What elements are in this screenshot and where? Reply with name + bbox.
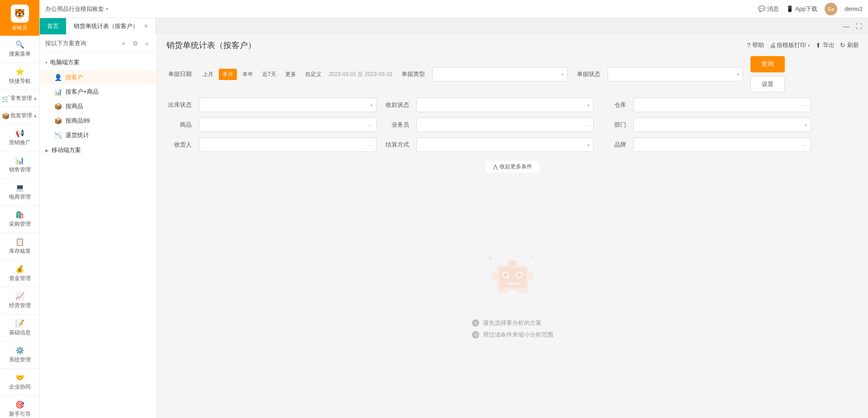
sidebar-item-wholesale-mgmt[interactable]: 📦 批发管理 ▲ bbox=[0, 107, 39, 124]
svg-rect-1 bbox=[499, 267, 526, 288]
marketing-icon: 📢 bbox=[15, 129, 24, 138]
right-panel: 销货单统计表（按客户） ? 帮助 🖨 按模板打印 ▾ ⬆ 导出 bbox=[157, 34, 868, 418]
date-btn-custom[interactable]: 自定义 bbox=[302, 69, 325, 80]
finance-icon: 💰 bbox=[15, 265, 24, 273]
avatar[interactable]: Ea bbox=[825, 3, 837, 15]
help-button[interactable]: ? 帮助 bbox=[747, 41, 764, 49]
doc-type-input[interactable]: ▾ bbox=[432, 67, 568, 81]
logo-text: 标账员 bbox=[12, 24, 27, 31]
message-label: 消息 bbox=[767, 5, 779, 13]
tree-item-by-customer-goods[interactable]: 📊 按客户+商品 bbox=[40, 85, 157, 99]
sidebar-item-retail-mgmt[interactable]: 🛒 零售管理 ▲ bbox=[0, 90, 39, 107]
sidebar-item-label: 搜索菜单 bbox=[9, 50, 31, 58]
tree-section: ▾ 电脑端方案 👤 按客户 📊 按客户+商品 📦 按商品 📦 按商品 bbox=[40, 55, 157, 158]
brand-input[interactable]: ··· bbox=[633, 138, 811, 152]
tab-maximize-button[interactable]: ⛶ bbox=[854, 21, 864, 32]
doc-type-label: 单据类型 bbox=[400, 70, 425, 78]
sidebar-item-label: 资金管理 bbox=[9, 275, 31, 282]
date-btn-more[interactable]: 更多 bbox=[282, 69, 300, 80]
department-input[interactable]: ▾ bbox=[633, 118, 811, 132]
filter-row-2: 出库状态 ▾ 收款状态 ▾ 仓库 ··· bbox=[166, 98, 859, 112]
tab-bar-actions: — ⛶ bbox=[841, 21, 868, 32]
tree-item-return-stat[interactable]: 📉 退货统计 bbox=[40, 128, 157, 142]
date-btn-last-7-days[interactable]: 近7天 bbox=[259, 69, 280, 80]
tree-item-by-customer[interactable]: 👤 按客户 bbox=[40, 70, 157, 85]
sidebar-item-new-guide[interactable]: 🎯 新手引导 bbox=[0, 396, 39, 418]
tab-home[interactable]: 首页 bbox=[40, 18, 66, 34]
operation-icon: 📈 bbox=[15, 292, 24, 300]
message-button[interactable]: 💬 消息 bbox=[758, 5, 779, 13]
salesperson-dots-icon: ··· bbox=[585, 122, 590, 128]
collapse-button[interactable]: ⋀ 收起更多条件 bbox=[486, 161, 539, 172]
panel-collapse-button[interactable]: « bbox=[142, 39, 151, 48]
settlement-label: 结算方式 bbox=[384, 141, 409, 149]
query-button[interactable]: 查询 bbox=[750, 56, 785, 72]
sidebar-item-enterprise-collab[interactable]: 🤝 企业协同 bbox=[0, 369, 39, 396]
refresh-button[interactable]: ↻ 刷新 bbox=[840, 41, 859, 49]
by-goods-99-icon: 📦 bbox=[54, 117, 62, 124]
app-title[interactable]: 办公用品行业模拟账套 ▾ bbox=[45, 5, 108, 13]
date-btn-this-month[interactable]: 本月 bbox=[219, 69, 237, 80]
tab-sales-stat[interactable]: 销货单统计表（按客户） ✕ bbox=[66, 18, 156, 34]
sidebar-item-operation[interactable]: 📈 经营管理 bbox=[0, 287, 39, 314]
sidebar-item-finance[interactable]: 💰 资金管理 bbox=[0, 260, 39, 287]
user-name[interactable]: demo2 bbox=[844, 5, 863, 12]
help-icon: ? bbox=[747, 42, 750, 49]
tree-item-by-goods[interactable]: 📦 按商品 bbox=[40, 99, 157, 114]
tab-minimize-button[interactable]: — bbox=[841, 21, 852, 32]
tree-desktop-label: 电脑端方案 bbox=[50, 58, 80, 66]
tree-mobile-section[interactable]: ▶ 移动端方案 bbox=[40, 142, 157, 158]
print-icon: 🖨 bbox=[769, 42, 776, 49]
date-range-text: 2023-03-01 至 2023-03-31 bbox=[329, 71, 392, 78]
sidebar-item-system[interactable]: ⚙️ 系统管理 bbox=[0, 342, 39, 369]
sidebar-item-marketing[interactable]: 📢 营销推广 bbox=[0, 124, 39, 152]
filter-section: 单据日期 上月 本月 本年 近7天 更多 自定义 2023-03-01 至 20… bbox=[157, 51, 868, 157]
tree-expand-icon: ▾ bbox=[45, 60, 47, 65]
app-download-button[interactable]: 📱 App下载 bbox=[786, 5, 817, 13]
tree-item-by-goods-99[interactable]: 📦 按商品99 bbox=[40, 114, 157, 128]
hint-2-num: ② bbox=[472, 331, 479, 338]
sidebar-item-basic-info[interactable]: 📝 基础信息 bbox=[0, 314, 39, 342]
doc-status-input[interactable]: ▾ bbox=[608, 67, 743, 81]
page-header-actions: ? 帮助 🖨 按模板打印 ▾ ⬆ 导出 ↻ 刷新 bbox=[747, 41, 859, 49]
sidebar-item-label: 新手引导 bbox=[9, 410, 31, 418]
panel-settings-button[interactable]: ⚙ bbox=[131, 39, 140, 48]
sidebar-item-sales-mgmt[interactable]: 📊 销售管理 bbox=[0, 152, 39, 179]
by-customer-goods-icon: 📊 bbox=[54, 88, 62, 95]
recipient-input[interactable]: ··· bbox=[199, 138, 377, 152]
quick-nav-icon: ⭐ bbox=[15, 67, 24, 76]
sidebar-item-inventory[interactable]: 📋 库存核算 bbox=[0, 233, 39, 260]
collection-status-label: 收款状态 bbox=[384, 101, 409, 109]
export-button[interactable]: ⬆ 导出 bbox=[816, 41, 835, 49]
settings-button[interactable]: 设置 bbox=[750, 76, 785, 92]
svg-rect-6 bbox=[506, 282, 519, 285]
goods-input[interactable]: ··· bbox=[199, 118, 377, 132]
tab-close-icon[interactable]: ✕ bbox=[144, 23, 148, 29]
message-icon: 💬 bbox=[758, 5, 765, 12]
panel-add-button[interactable]: + bbox=[119, 39, 128, 48]
collection-status-input[interactable]: ▾ bbox=[416, 98, 594, 112]
sidebar: 🐯 标账员 🔍 搜索菜单 ⭐ 快捷导航 🛒 零售管理 ▲ 📦 批发管理 ▲ 📢 … bbox=[0, 0, 40, 418]
refresh-label: 刷新 bbox=[847, 41, 859, 49]
salesperson-input[interactable]: ··· bbox=[416, 118, 594, 132]
settlement-input[interactable]: ▾ bbox=[416, 138, 594, 152]
sidebar-item-search-menu[interactable]: 🔍 搜索菜单 bbox=[0, 36, 39, 63]
date-btn-last-month[interactable]: 上月 bbox=[199, 69, 217, 80]
app-download-label: App下载 bbox=[795, 5, 817, 13]
sidebar-item-label: 企业协同 bbox=[9, 383, 31, 391]
date-btn-this-year[interactable]: 本年 bbox=[239, 69, 257, 80]
sidebar-logo[interactable]: 🐯 标账员 bbox=[0, 0, 39, 36]
sidebar-item-label: 营销推广 bbox=[9, 139, 31, 147]
hint-1-text: 请先选择要分析的方案 bbox=[483, 319, 542, 327]
sidebar-item-ecommerce[interactable]: 💻 电商管理 bbox=[0, 179, 39, 206]
out-status-input[interactable]: ▾ bbox=[199, 98, 377, 112]
tree-desktop-section[interactable]: ▾ 电脑端方案 bbox=[40, 55, 157, 70]
basic-info-icon: 📝 bbox=[15, 319, 24, 328]
home-tab-label: 首页 bbox=[47, 22, 59, 30]
sidebar-item-quick-nav[interactable]: ⭐ 快捷导航 bbox=[0, 63, 39, 90]
sidebar-item-purchase[interactable]: 🛍️ 采购管理 bbox=[0, 206, 39, 233]
print-button[interactable]: 🖨 按模板打印 ▾ bbox=[769, 41, 810, 49]
warehouse-dots-icon: ··· bbox=[802, 102, 807, 109]
warehouse-input[interactable]: ··· bbox=[633, 98, 811, 112]
out-status-arrow-icon: ▾ bbox=[370, 103, 373, 108]
